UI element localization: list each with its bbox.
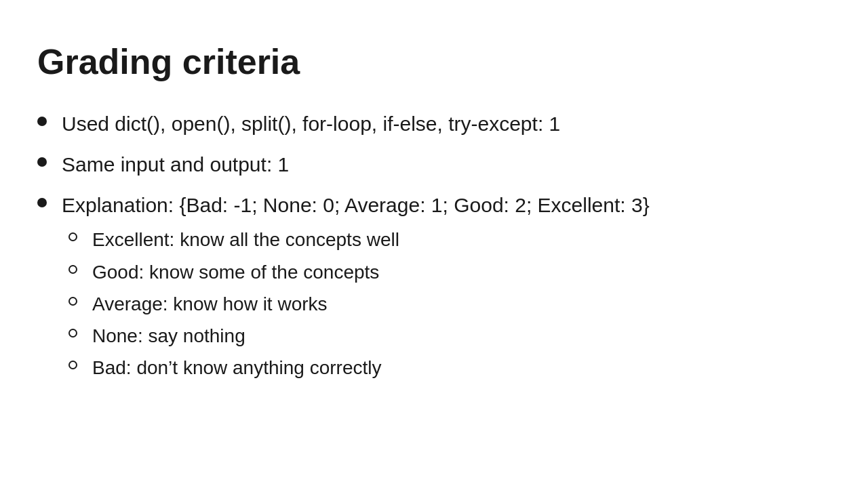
bullet-dot-2 [37,157,47,167]
bullet-text-3: Explanation: {Bad: -1; None: 0; Average:… [62,191,831,386]
sub-list-item-1: Excellent: know all the concepts well [68,226,831,253]
sub-list-item-3: Average: know how it works [68,291,831,317]
list-item-1: Used dict(), open(), split(), for-loop, … [37,110,831,138]
sub-bullet-text-4: None: say nothing [92,323,831,349]
sub-list-item-5: Bad: don’t know anything correctly [68,354,831,381]
bullet-text-3-label: Explanation: {Bad: -1; None: 0; Average:… [62,194,650,216]
sub-bullet-text-2: Good: know some of the concepts [92,259,831,285]
sub-bullet-text-3: Average: know how it works [92,291,831,317]
list-item-3: Explanation: {Bad: -1; None: 0; Average:… [37,191,831,386]
bullet-list: Used dict(), open(), split(), for-loop, … [37,110,831,399]
sub-bullet-dot-3 [68,297,77,306]
sub-list-item-2: Good: know some of the concepts [68,259,831,285]
bullet-text-2: Same input and output: 1 [62,150,831,179]
sub-bullet-dot-5 [68,361,77,369]
sub-bullet-dot-2 [68,265,77,274]
sub-bullet-text-1: Excellent: know all the concepts well [92,226,831,253]
sub-bullet-list: Excellent: know all the concepts well Go… [68,226,831,381]
sub-list-item-4: None: say nothing [68,323,831,349]
sub-bullet-dot-4 [68,329,77,338]
slide-container: Grading criteria Used dict(), open(), sp… [0,0,868,490]
sub-bullet-text-5: Bad: don’t know anything correctly [92,354,831,381]
sub-bullet-dot-1 [68,232,77,241]
list-item-2: Same input and output: 1 [37,150,831,179]
bullet-dot-3 [37,198,47,207]
slide-title: Grading criteria [37,41,831,83]
bullet-dot-1 [37,117,47,126]
bullet-text-1: Used dict(), open(), split(), for-loop, … [62,110,831,138]
